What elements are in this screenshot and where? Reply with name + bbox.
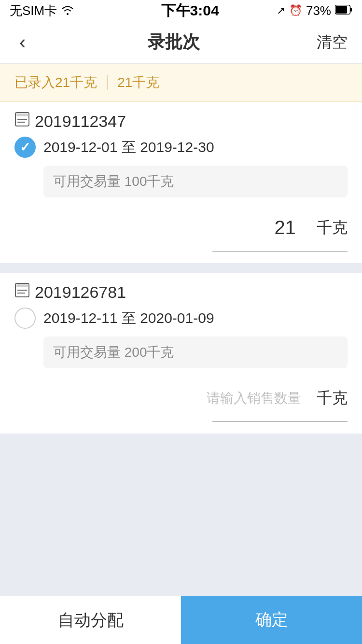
info-banner: 已录入21千克 21千克 xyxy=(0,64,362,102)
batch-card-1: 2019112347 2019-12-01 至 2019-12-30 可用交易量… xyxy=(0,102,362,263)
quantity-unit-2: 千克 xyxy=(317,388,348,409)
wifi-icon xyxy=(61,3,74,18)
back-button[interactable]: ‹ xyxy=(14,27,30,58)
batch-header-2: 2019126781 xyxy=(14,282,348,302)
status-carrier: 无SIM卡 xyxy=(10,2,74,19)
batch-id-2: 2019126781 xyxy=(35,283,126,302)
status-right: ↗ ⏰ 73% xyxy=(277,3,352,18)
total-label: 21千克 xyxy=(117,73,159,92)
batch-doc-icon-1 xyxy=(14,112,30,131)
location-icon: ↗ xyxy=(277,4,285,17)
batch-item-2: 2019126781 2019-12-11 至 2020-01-09 可用交易量… xyxy=(0,273,362,378)
quantity-spacer-1 xyxy=(304,217,309,238)
input-underline-2 xyxy=(212,421,348,422)
batch-item-1: 2019112347 2019-12-01 至 2019-12-30 可用交易量… xyxy=(0,102,362,207)
batch-date-1: 2019-12-01 至 2019-12-30 xyxy=(43,138,214,157)
batch-doc-icon-2 xyxy=(14,282,30,302)
section-divider xyxy=(0,263,362,273)
batch-date-row-2[interactable]: 2019-12-11 至 2020-01-09 xyxy=(14,308,348,329)
svg-rect-8 xyxy=(16,284,28,287)
battery-percent: 73% xyxy=(306,3,331,18)
alarm-icon: ⏰ xyxy=(289,4,302,17)
svg-rect-2 xyxy=(350,8,352,12)
radio-2[interactable] xyxy=(14,308,36,329)
bottom-area xyxy=(0,434,362,617)
quantity-unit-1: 千克 xyxy=(317,217,348,238)
quantity-row-1: 21 千克 xyxy=(0,207,362,246)
batch-header-1: 2019112347 xyxy=(14,112,348,131)
quantity-placeholder-2: 请输入销售数量 xyxy=(14,389,301,407)
bottom-buttons: 自动分配 确定 xyxy=(0,596,362,644)
nav-bar: ‹ 录批次 清空 xyxy=(0,21,362,64)
page-title: 录批次 xyxy=(148,30,200,54)
input-line-container-1 xyxy=(0,246,362,263)
batch-available-1: 可用交易量 100千克 xyxy=(43,166,348,197)
confirm-button[interactable]: 确定 xyxy=(181,596,362,644)
entered-label: 已录入21千克 xyxy=(14,73,97,92)
batch-id-1: 2019112347 xyxy=(35,112,126,131)
status-bar: 无SIM卡 下午3:04 ↗ ⏰ 73% xyxy=(0,0,362,21)
radio-1[interactable] xyxy=(14,137,36,158)
battery-icon xyxy=(335,4,352,17)
batch-date-2: 2019-12-11 至 2020-01-09 xyxy=(43,308,214,328)
svg-rect-1 xyxy=(336,6,347,14)
banner-divider xyxy=(107,75,108,90)
quantity-value-1: 21 xyxy=(274,217,296,238)
batch-card-2: 2019126781 2019-12-11 至 2020-01-09 可用交易量… xyxy=(0,273,362,434)
input-underline-1 xyxy=(212,251,348,252)
clear-button[interactable]: 清空 xyxy=(317,32,348,53)
quantity-row-2[interactable]: 请输入销售数量 千克 xyxy=(0,378,362,417)
carrier-text: 无SIM卡 xyxy=(10,2,57,19)
svg-rect-4 xyxy=(16,113,28,116)
auto-distribute-button[interactable]: 自动分配 xyxy=(0,596,181,644)
batch-available-2: 可用交易量 200千克 xyxy=(43,336,348,368)
status-time: 下午3:04 xyxy=(103,1,277,21)
input-line-container-2 xyxy=(0,417,362,434)
batch-date-row-1[interactable]: 2019-12-01 至 2019-12-30 xyxy=(14,137,348,158)
